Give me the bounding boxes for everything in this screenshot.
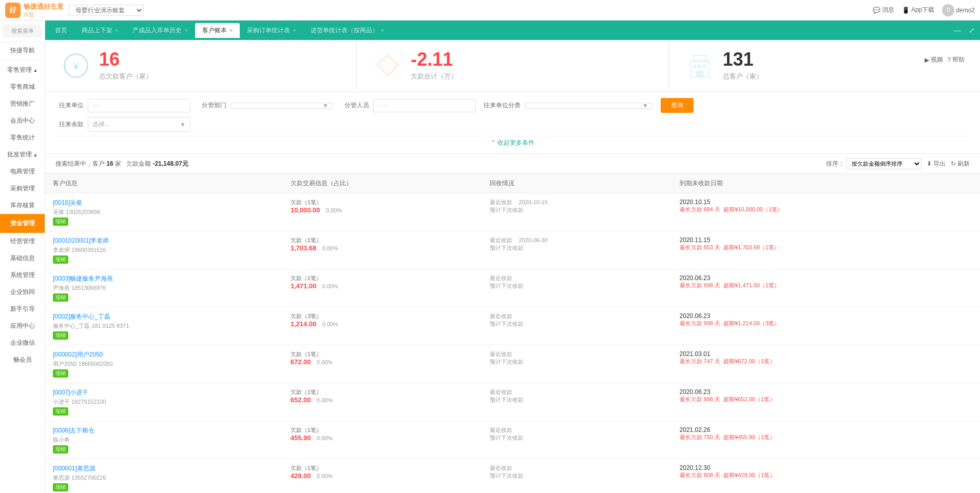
search-menu-btn[interactable]: 搜索菜单 [3, 25, 42, 37]
tab-close-goods[interactable]: × [115, 27, 118, 33]
customer-sub-4: 用户2050 18665062050 [53, 360, 275, 368]
overdue-tag-7[interactable]: 超期¥429.00（1笔） [723, 472, 775, 478]
sidebar-item-retail-stats[interactable]: 零售统计 [0, 129, 45, 146]
badge-now-6: 现销 [53, 445, 68, 453]
sidebar-item-ops-mgmt[interactable]: 经营管理 [0, 233, 45, 250]
sidebar-item-retail-mall[interactable]: 零售商城 [0, 78, 45, 95]
debt-amount-2[interactable]: 1,471.00 [291, 282, 317, 290]
tab-purchase-order[interactable]: 采购订单统计表 × [240, 23, 303, 38]
overdue-tag-0[interactable]: 超期¥10,000.00（1笔） [723, 206, 783, 212]
sidebar-item-sys-mgmt[interactable]: 系统管理 [0, 267, 45, 284]
app-download-btn[interactable]: 📱 App下载 [902, 6, 934, 14]
cell-customer-5: [0007]小进干 小进干 18279152100 现销 [45, 383, 283, 421]
total-customers-label: 总客户（家） [723, 72, 917, 81]
overdue-tag-1[interactable]: 超期¥1,703.68（1笔） [723, 244, 780, 250]
cell-customer-6: [0006]去下粮仓 陈小希 现销 [45, 421, 283, 459]
next-pay-6: 预计下次收款 [490, 434, 664, 442]
sidebar-item-enterprise[interactable]: 企业协同 [0, 284, 45, 301]
filter-input-dept[interactable]: ▼ [230, 103, 333, 109]
avatar: D [942, 4, 954, 16]
sidebar-item-finance[interactable]: 资金管理 [0, 214, 45, 233]
customer-name-7[interactable]: [000001]黄思源 [53, 464, 275, 473]
overdue-tag-4[interactable]: 超期¥672.00（1笔） [723, 358, 775, 364]
sidebar-item-member-vip[interactable]: 畅会员 [0, 351, 45, 368]
tab-production[interactable]: 产成品入库单历史 × [125, 23, 195, 38]
sidebar-item-inventory[interactable]: 库存核算 [0, 197, 45, 214]
customer-name-5[interactable]: [0007]小进干 [53, 388, 275, 397]
message-btn[interactable]: 💬 消息 [873, 6, 894, 14]
sort-select[interactable]: 按欠款金额倒序排序 [846, 158, 921, 169]
debt-amount-0[interactable]: 10,000.00 [291, 206, 320, 214]
sidebar-item-app-center[interactable]: 应用中心 [0, 318, 45, 334]
debt-amount-3[interactable]: 1,214.00 [291, 320, 317, 328]
customer-sub-7: 黄思源 13552700226 [53, 474, 275, 482]
customer-name-0[interactable]: [0016]吴俊 [53, 199, 275, 207]
sidebar-item-wechat[interactable]: 企业微信 [0, 334, 45, 351]
tab-close-purchase[interactable]: × [293, 27, 296, 33]
th-customer: 客户信息 [45, 174, 283, 193]
sidebar-item-ecommerce[interactable]: 电商管理 [0, 163, 45, 180]
sidebar-item-member-center[interactable]: 会员中心 [0, 112, 45, 129]
tab-instock-stats[interactable]: 进货单统计表（按商品） × [303, 23, 391, 38]
tab-close-production[interactable]: × [184, 27, 187, 33]
tab-customer-account[interactable]: 客户账本 × [195, 23, 240, 38]
filter-group-dept: 分管部门 ▼ [198, 101, 333, 110]
cell-due-6: 2021.02.26 最长欠款 750 天 超期¥455.90（1笔） [672, 421, 980, 459]
filter-collapse-btn[interactable]: ⌃ 收起更多条件 [55, 136, 970, 149]
customer-sub-2: 尹海燕 18513066976 [53, 284, 275, 292]
tab-home[interactable]: 首页 [48, 23, 74, 38]
overdue-tag-6[interactable]: 超期¥455.90（1笔） [723, 434, 775, 440]
building-icon [684, 50, 715, 81]
summary-card-debt: -2.11 欠款合计（万） [357, 40, 668, 91]
filter-input-category[interactable]: ▼ [525, 103, 653, 109]
refresh-btn[interactable]: ↻ 刷新 [951, 160, 970, 168]
help-btn[interactable]: ? 帮助 [947, 55, 965, 64]
tab-minimize-btn[interactable]: — [951, 25, 964, 35]
cell-customer-0: [0016]吴俊 吴俊 13026203696 现销 [45, 193, 283, 231]
badge-now-4: 现销 [53, 369, 68, 378]
filter-input-unit[interactable]: ··· [88, 99, 190, 112]
search-button[interactable]: 查询 [661, 98, 694, 113]
customer-name-4[interactable]: [000002]用户2050 [53, 350, 275, 359]
debt-amount-1[interactable]: 1,703.68 [291, 244, 317, 252]
cell-recovery-2: 最近收款 预计下次收款 [482, 269, 671, 307]
customer-name-2[interactable]: [0003]畅捷服务尹海燕 [53, 274, 275, 283]
export-btn[interactable]: ⬇ 导出 [927, 160, 946, 168]
overdue-tag-2[interactable]: 超期¥1,471.00（1笔） [723, 282, 780, 288]
debt-amount-7[interactable]: 429.00 [291, 472, 311, 480]
customer-name-6[interactable]: [0006]去下粮仓 [53, 426, 275, 435]
cell-recovery-0: 最近收款 2020-10-15 预计下次收款 [482, 193, 671, 231]
overdue-tag-5[interactable]: 超期¥652.00（1笔） [723, 396, 775, 402]
debt-amount-4[interactable]: 672.00 [291, 358, 311, 366]
sidebar-item-purchase[interactable]: 采购管理 [0, 180, 45, 197]
account-selector[interactable]: 母婴行业演示账套 [69, 5, 144, 16]
filter-input-person[interactable]: ··· [373, 99, 476, 112]
latest-pay-0: 最近收款 2020-10-15 [490, 199, 664, 206]
tab-close-customer[interactable]: × [229, 27, 233, 33]
filter-input-balance[interactable]: 选择... ▼ [88, 117, 190, 132]
diamond-icon [372, 50, 403, 81]
result-bar: 搜索结果中，客户 16 家 欠款金额 -21,148.07元 排序： 按 [45, 154, 980, 174]
overdue-tag-3[interactable]: 超期¥1,214.00（3笔） [723, 320, 780, 326]
tab-expand-btn[interactable]: ⤢ [966, 25, 977, 35]
debt-amount-5[interactable]: 652.00 [291, 396, 311, 404]
tab-goods[interactable]: 商品上下架 × [74, 23, 125, 38]
sidebar-item-batch-mgmt[interactable]: 批发管理▲ [0, 146, 45, 163]
customer-name-1[interactable]: [0001020001]李老师 [53, 236, 275, 245]
sidebar-item-quick-nav[interactable]: 快捷导航 [0, 42, 45, 59]
sidebar-item-retail-mgmt[interactable]: 零售管理▲ [0, 62, 45, 78]
sidebar-item-marketing[interactable]: 营销推广 [0, 95, 45, 112]
sidebar-item-newbie[interactable]: 新手引导 [0, 301, 45, 318]
debt-ratio-6: 0.00% [317, 435, 333, 441]
video-btn[interactable]: ▶ 视频 [925, 55, 943, 64]
user-menu[interactable]: D demo2 [942, 4, 975, 16]
cell-due-0: 2020.10.15 最长欠款 884 天 超期¥10,000.00（1笔） [672, 193, 980, 231]
th-debt-info: 欠款交易信息（占比） [283, 174, 483, 193]
debt-amount-6[interactable]: 455.90 [291, 434, 311, 442]
cell-customer-2: [0003]畅捷服务尹海燕 尹海燕 18513066976 现销 [45, 269, 283, 307]
cell-customer-1: [0001020001]李老师 李老师 18600391516 现销 [45, 231, 283, 269]
help-icon: ? [947, 56, 951, 64]
sidebar-item-basic-info[interactable]: 基础信息 [0, 250, 45, 267]
tab-close-instock[interactable]: × [381, 27, 384, 33]
customer-name-3[interactable]: [0002]服务中心_丁磊 [53, 312, 275, 321]
